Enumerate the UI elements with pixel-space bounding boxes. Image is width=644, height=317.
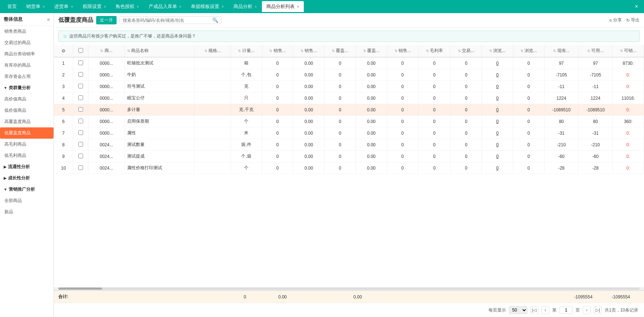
row-checkbox[interactable] [78, 107, 83, 112]
cell-browse1[interactable]: 0 [482, 81, 513, 92]
sidebar-item-low-value[interactable]: 低价值商品 [0, 105, 54, 116]
cell-check[interactable] [73, 162, 88, 174]
cell-check[interactable] [73, 69, 88, 81]
sidebar-item-all-goods[interactable]: 全部商品 [0, 195, 54, 206]
sidebar-item-stock-capital[interactable]: 库存资金占用 [0, 71, 54, 82]
row-checkbox[interactable] [78, 95, 83, 100]
page-number-input[interactable] [559, 306, 573, 314]
row-checkbox[interactable] [78, 130, 83, 135]
col-header-code[interactable]: ⇅ 商... [88, 45, 125, 57]
share-button[interactable]: ⎋ 分享 [609, 17, 622, 23]
search-input[interactable] [123, 18, 211, 23]
col-header-check[interactable] [73, 45, 88, 57]
first-page-button[interactable]: |◁ [530, 306, 538, 314]
cell-browse1[interactable]: 0 [482, 151, 513, 162]
cell-browse1[interactable]: 0 [482, 127, 513, 139]
col-header-cover1[interactable]: ⇅ 覆盖... [325, 45, 356, 57]
sidebar-group-category[interactable]: ▼ 类群量分析 [0, 82, 54, 94]
cell-check[interactable] [73, 127, 88, 139]
cell-browse1[interactable]: 0 [482, 69, 513, 81]
sidebar-group-circulation[interactable]: ▶ 流通性分析 [0, 161, 54, 173]
sidebar-item-high-coverage[interactable]: 高覆盖度商品 [0, 116, 54, 127]
nav-tab-template[interactable]: 单据模板设置 × [186, 1, 228, 12]
sidebar-group-marketing[interactable]: ▼ 营销推广分析 [0, 184, 54, 195]
row-checkbox[interactable] [78, 72, 83, 77]
sidebar-item-category-rate[interactable]: 商品分类动销率 [0, 48, 54, 60]
last-page-button[interactable]: ▷| [594, 306, 602, 314]
col-header-sales-qty[interactable]: ⇅ 销售... [262, 45, 293, 57]
cell-browse1[interactable]: 0 [482, 116, 513, 127]
select-all-checkbox[interactable] [78, 48, 83, 53]
sidebar-item-low-coverage[interactable]: 低覆盖度商品 [0, 127, 54, 139]
per-page-select[interactable]: 50 10 20 100 [509, 306, 527, 314]
sidebar-item-high-value[interactable]: 高价值商品 [0, 94, 54, 105]
nav-tab-purchase[interactable]: 进货单 × [50, 1, 77, 12]
close-icon[interactable]: × [104, 4, 106, 9]
scrollbar-thumb[interactable] [58, 288, 102, 290]
cell-check[interactable] [73, 81, 88, 92]
col-header-stock2[interactable]: ⇅ 可用... [578, 45, 613, 57]
close-icon[interactable]: × [255, 4, 257, 9]
nav-tab-goods-analysis[interactable]: 商品分析 × [229, 1, 261, 12]
prev-page-button[interactable]: ‹ [541, 306, 549, 314]
cell-check[interactable] [73, 139, 88, 151]
row-checkbox[interactable] [78, 119, 83, 123]
col-header-browse2[interactable]: ⇅ 浏览... [513, 45, 544, 57]
col-header-sales-amt[interactable]: ⇅ 销售... [293, 45, 325, 57]
row-checkbox[interactable] [78, 60, 83, 65]
close-icon[interactable]: × [71, 4, 73, 9]
cell-check[interactable] [73, 92, 88, 104]
export-button[interactable]: ↻ 导出 [626, 17, 640, 23]
sidebar-group-growth[interactable]: ▶ 成长性分析 [0, 173, 54, 184]
time-filter-button[interactable]: 近一月 [96, 16, 117, 24]
sidebar-item-high-gross[interactable]: 高毛利商品 [0, 139, 54, 150]
col-header-unit[interactable]: ⇅ 计量... [231, 45, 262, 57]
cell-check[interactable] [73, 116, 88, 127]
cell-browse1[interactable]: 0 [482, 162, 513, 174]
col-header-browse1[interactable]: ⇅ 浏览... [482, 45, 513, 57]
close-icon[interactable]: × [43, 4, 45, 9]
next-page-button[interactable]: › [583, 306, 591, 314]
footer-spacer3 [151, 294, 188, 300]
close-icon[interactable]: × [221, 4, 224, 9]
nav-tab-sales[interactable]: 销货单 × [22, 1, 49, 12]
horizontal-scrollbar[interactable] [54, 287, 644, 290]
nav-tab-home[interactable]: 首页 [3, 1, 21, 12]
nav-tab-production[interactable]: 产成品入库单 × [144, 1, 186, 12]
sidebar-item-sales-goods[interactable]: 销售类商品 [0, 26, 54, 37]
cell-check[interactable] [73, 104, 88, 116]
sidebar-collapse-button[interactable]: « [47, 16, 50, 22]
col-header-gross[interactable]: ⇅ 毛利率 [418, 45, 451, 57]
scrollbar-track[interactable] [58, 288, 640, 290]
nav-tab-role[interactable]: 角色授权 × [111, 1, 143, 12]
cell-browse1[interactable]: 0 [482, 92, 513, 104]
sidebar-item-traded-goods[interactable]: 交易过的商品 [0, 37, 54, 48]
nav-tab-permission[interactable]: 权限设置 × [78, 1, 110, 12]
close-icon[interactable]: × [137, 4, 139, 9]
col-header-seq[interactable]: ⚙ [54, 45, 73, 57]
cell-check[interactable] [73, 57, 88, 69]
cell-browse1[interactable]: 0 [482, 104, 513, 116]
cell-check[interactable] [73, 151, 88, 162]
row-checkbox[interactable] [78, 142, 83, 147]
col-header-sellable[interactable]: ⇅ 可销... [613, 45, 644, 57]
sidebar-item-in-stock[interactable]: 有库存的商品 [0, 60, 54, 71]
sidebar-item-new-goods[interactable]: 新品 [0, 206, 54, 218]
col-header-spec[interactable]: ⇅ 规格... [194, 45, 231, 57]
nav-tab-goods-analysis-list[interactable]: 商品分析列表 × [262, 1, 303, 12]
col-header-name[interactable]: ⇅ 商品名称 [125, 45, 194, 57]
cell-browse1[interactable]: 0 [482, 139, 513, 151]
close-all-button[interactable]: × [632, 3, 641, 10]
sidebar-item-low-gross[interactable]: 低毛利商品 [0, 150, 54, 161]
col-header-trade[interactable]: ⇅ 交易... [451, 45, 482, 57]
cell-browse1[interactable]: 0 [482, 57, 513, 69]
col-header-cover2[interactable]: ⇅ 覆盖... [356, 45, 387, 57]
row-checkbox[interactable] [78, 154, 83, 158]
close-icon[interactable]: × [179, 4, 181, 9]
col-header-sales2[interactable]: ⇅ 销售... [387, 45, 418, 57]
close-icon[interactable]: × [297, 4, 299, 9]
row-checkbox[interactable] [78, 165, 83, 170]
table-row: 8 0024... 测试数量 袋,件 0 0.00 0 0.00 0 0 0 0… [54, 139, 644, 151]
col-header-stock1[interactable]: ⇅ 现有... [544, 45, 578, 57]
row-checkbox[interactable] [78, 84, 83, 88]
